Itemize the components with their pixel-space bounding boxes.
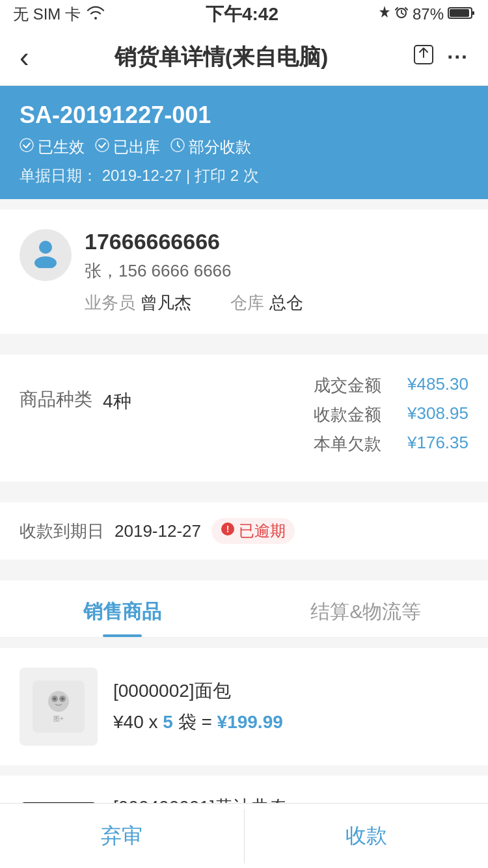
status-effected: 已生效 [20, 137, 85, 157]
svg-point-9 [34, 256, 57, 268]
product-types-info: 商品种类 4种 [20, 374, 131, 416]
location-icon [379, 5, 390, 23]
received-amount-value: ¥308.95 [407, 403, 468, 426]
cancel-button[interactable]: 弃审 [0, 809, 245, 863]
check-icon-2 [95, 138, 109, 156]
divider-1 [0, 334, 488, 344]
battery-label: 87% [413, 5, 444, 23]
tabs-row: 销售商品 结算&物流等 [0, 580, 488, 637]
page-title: 销货单详情(来自电脑) [115, 42, 329, 72]
nav-bar: ‹ 销货单详情(来自电脑) ··· [0, 29, 488, 86]
salesperson-value: 曾凡杰 [141, 292, 191, 314]
status-partial-received: 部分收款 [170, 137, 251, 157]
date-label: 单据日期： [20, 167, 98, 184]
nav-actions: ··· [413, 44, 468, 70]
status-left: 无 SIM 卡 [13, 4, 105, 25]
carrier-label: 无 SIM 卡 [13, 4, 81, 25]
owed-amount-row: 本单欠款 ¥176.35 [314, 433, 468, 455]
transaction-amount-row: 成交金额 ¥485.30 [314, 374, 468, 397]
status-delivered: 已出库 [95, 137, 160, 157]
warehouse-label: 仓库 [230, 292, 264, 314]
wifi-icon [86, 5, 105, 23]
product-item-1: 图+ [0000002]面包 ¥40 x 5 袋 = ¥199.99 [0, 648, 488, 765]
product-thumb-1: 图+ [20, 668, 98, 746]
svg-point-6 [96, 139, 109, 152]
due-section: 收款到期日 2019-12-27 ! 已逾期 [0, 502, 488, 560]
product-price-unit-1: ¥40 [113, 712, 144, 732]
salesperson-info: 业务员 曾凡杰 [85, 292, 191, 314]
svg-text:图+: 图+ [53, 715, 64, 722]
due-date-label: 收款到期日 [20, 520, 104, 543]
check-icon-1 [20, 138, 34, 156]
svg-point-16 [53, 698, 56, 700]
order-banner: SA-20191227-001 已生效 已出库 [0, 86, 488, 199]
svg-point-13 [48, 691, 69, 712]
customer-meta: 业务员 曾凡杰 仓库 总仓 [85, 292, 468, 314]
salesperson-label: 业务员 [85, 292, 135, 314]
overdue-text: 已逾期 [239, 521, 286, 541]
avatar-icon [29, 236, 62, 275]
owed-amount-label: 本单欠款 [314, 433, 381, 455]
tabs-section: 销售商品 结算&物流等 [0, 580, 488, 638]
confirm-payment-button[interactable]: 收款 [245, 809, 489, 863]
clock-icon [170, 138, 185, 156]
divider-3 [0, 560, 488, 570]
svg-text:!: ! [226, 524, 230, 534]
bread-image: 图+ [20, 668, 98, 746]
share-icon[interactable] [413, 44, 434, 70]
overdue-icon: ! [221, 522, 235, 540]
overdue-badge: ! 已逾期 [211, 518, 295, 544]
battery-icon [448, 5, 475, 23]
bottom-action-bar: 弃审 收款 [0, 803, 488, 868]
amount-info: 成交金额 ¥485.30 收款金额 ¥308.95 本单欠款 ¥176.35 [314, 374, 468, 462]
received-amount-label: 收款金额 [314, 403, 381, 426]
product-qty-1: 5 [163, 712, 173, 732]
status-right: 87% [379, 5, 475, 23]
customer-name-phone: 张，156 6666 6666 [85, 260, 468, 282]
transaction-amount-value: ¥485.30 [407, 374, 468, 397]
svg-point-17 [61, 698, 64, 700]
svg-point-5 [20, 139, 33, 152]
svg-rect-2 [450, 9, 469, 17]
tab-sales-products[interactable]: 销售商品 [0, 580, 244, 637]
customer-account-id: 17666666666 [85, 229, 468, 254]
transaction-amount-label: 成交金额 [314, 374, 381, 397]
status-bar: 无 SIM 卡 下午4:42 87% [0, 0, 488, 29]
status-time: 下午4:42 [206, 2, 278, 27]
owed-amount-value: ¥176.35 [407, 433, 468, 455]
warehouse-value: 总仓 [269, 292, 303, 314]
customer-avatar [20, 229, 72, 281]
more-icon[interactable]: ··· [447, 45, 468, 69]
divider-2 [0, 481, 488, 492]
product-types-value: 4种 [103, 389, 131, 414]
product-price-1: ¥40 x 5 袋 = ¥199.99 [113, 710, 468, 735]
order-status-row: 已生效 已出库 部分收款 [20, 137, 468, 157]
product-name-1: [0000002]面包 [113, 679, 468, 703]
due-date-value: 2019-12-27 [115, 521, 201, 541]
back-button[interactable]: ‹ [20, 41, 29, 74]
product-total-1: ¥199.99 [217, 712, 283, 732]
tab-settlement-logistics[interactable]: 结算&物流等 [244, 580, 488, 637]
svg-rect-3 [472, 11, 474, 15]
customer-section: 17666666666 张，156 6666 6666 业务员 曾凡杰 仓库 总… [0, 210, 488, 334]
print-info: | 打印 2 次 [186, 167, 259, 184]
summary-section: 商品种类 4种 成交金额 ¥485.30 收款金额 ¥308.95 本单欠款 ¥… [0, 355, 488, 481]
product-info-1: [0000002]面包 ¥40 x 5 袋 = ¥199.99 [113, 679, 468, 735]
warehouse-info: 仓库 总仓 [230, 292, 303, 314]
order-date-row: 单据日期： 2019-12-27 | 打印 2 次 [20, 165, 468, 186]
received-amount-row: 收款金额 ¥308.95 [314, 403, 468, 426]
customer-info: 17666666666 张，156 6666 6666 业务员 曾凡杰 仓库 总… [85, 229, 468, 314]
product-types-label: 商品种类 [20, 387, 92, 412]
alarm-icon [394, 5, 409, 23]
order-id: SA-20191227-001 [20, 102, 468, 129]
product-unit-1: 袋 [178, 712, 197, 732]
svg-point-8 [39, 241, 52, 254]
order-date: 2019-12-27 [102, 167, 182, 184]
